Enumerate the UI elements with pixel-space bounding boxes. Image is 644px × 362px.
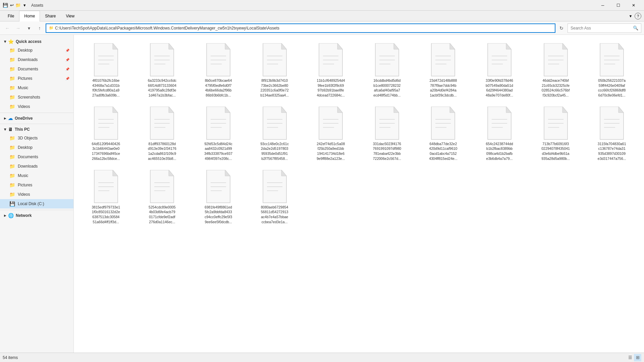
sidebar-quick-access-header[interactable]: ▾ ⭐ Quick access <box>0 38 73 46</box>
file-item[interactable]: 050b256221037a 59ff4426e0409af ccc66fcf2… <box>585 40 639 101</box>
file-item[interactable]: 4f01076b2fc16be 43468a7a1d331b f0fc5fefc… <box>79 40 133 101</box>
ribbon-help-icon[interactable]: ? <box>635 13 641 19</box>
sidebar-thispc-header[interactable]: ▾ 🖥 This PC <box>0 125 73 133</box>
tab-view[interactable]: View <box>61 11 79 21</box>
file-item[interactable]: 64d5120f9440426 3c1b66443ae0e0 17347696b… <box>79 104 133 164</box>
svg-marker-66 <box>281 107 286 113</box>
file-item[interactable]: 8080aeb6729854 56811d54272913 ac4b7e4a57… <box>248 167 302 228</box>
file-name: 93cc148e0c2c61c 2da2e2d5197803 95935de0d… <box>253 141 297 161</box>
file-item[interactable]: 81dff937860128d d913e39e1f34176 1a2cda86… <box>136 104 189 164</box>
sidebar-item-pc-music[interactable]: 📁 Music <box>0 171 73 180</box>
address-field[interactable]: 📁 <box>46 23 555 33</box>
sidebar-item-local-disk[interactable]: 💾 Local Disk (C:) <box>0 199 73 208</box>
file-name: 4f01076b2fc16be 43468a7a1d331b f0fc5fefc… <box>84 78 128 98</box>
file-name: 050b256221037a 59ff4426e0409af ccc66fcf2… <box>590 78 634 98</box>
minimize-button[interactable]: ─ <box>595 0 610 11</box>
back-button[interactable]: ← <box>3 23 12 33</box>
file-item[interactable]: 713b77b60916f3 02294078f435041 d3e6d4dbe… <box>529 104 583 164</box>
sidebar-onedrive-header[interactable]: ▸ ☁ OneDrive <box>0 114 73 122</box>
file-item[interactable]: 5254cdc89e0005 4b03d6fe4acb79 0171cfde9e… <box>136 167 189 228</box>
quick-access-toolbar-undo[interactable]: ↩ <box>9 3 14 8</box>
svg-marker-91 <box>562 107 568 113</box>
file-item[interactable]: 6a3233c942cc6dc 66f14d873133604 419795a8… <box>136 40 189 101</box>
sidebar-item-pc-downloads[interactable]: 📁 Downloads <box>0 162 73 171</box>
quick-access-toolbar-dropdown[interactable]: ▾ <box>22 3 27 8</box>
sidebar-item-videos[interactable]: 📁 Videos <box>0 102 73 111</box>
file-name: 8080aeb6729854 56811d54272913 ac4b7e4a57… <box>253 205 297 225</box>
file-item[interactable]: 23d472d148b888 787f9ae7ddc94b a20b4d0ef4… <box>417 40 470 101</box>
window-title: Assets <box>31 3 43 8</box>
file-item[interactable]: 46dd2eace740bf 21c65cb32325cfe 028524c66… <box>529 40 583 101</box>
sidebar-item-desktop[interactable]: 📁 Desktop 📌 <box>0 46 73 55</box>
up-button[interactable]: ↑ <box>35 23 44 33</box>
sidebar-item-screenshots[interactable]: 📁 Screenshots <box>0 93 73 102</box>
file-name: 23d472d148b888 787f9ae7ddc94b a20b4d0ef4… <box>421 78 465 98</box>
tab-home[interactable]: Home <box>19 11 40 21</box>
svg-marker-51 <box>113 107 118 113</box>
quick-access-toolbar-folder[interactable]: 📁 <box>15 3 21 8</box>
svg-marker-41 <box>562 43 568 49</box>
file-item[interactable]: 93cc148e0c2c61c 2da2e2d5197803 95935de0d… <box>248 104 302 164</box>
sidebar-item-downloads[interactable]: 📁 Downloads 📌 <box>0 55 73 64</box>
file-item[interactable]: 654c24238744dd b1b2fbac8389bb 098ca4d1b2… <box>473 104 526 164</box>
folder-icon: 📁 <box>9 164 15 169</box>
sidebar-item-3dobjects[interactable]: 📁 3D Objects <box>0 133 73 143</box>
file-icon <box>597 107 627 140</box>
sidebar-item-music[interactable]: 📁 Music <box>0 83 73 93</box>
file-item[interactable]: 33f0e90fd378d46 b07549a90da51d 6d29f4644… <box>473 40 526 101</box>
folder-icon: 📁 <box>9 104 15 109</box>
file-item[interactable]: 11b1cf6489254d4 9fee1b93f2f9c69 97b92b91… <box>304 40 358 101</box>
search-input[interactable] <box>571 26 632 31</box>
file-item[interactable]: 6981fe49f8861ed 5fc2a9bbfda8433 c94cc0ef… <box>192 167 245 228</box>
sidebar: ▾ ⭐ Quick access 📁 Desktop 📌 📁 Downloads… <box>0 35 74 353</box>
file-icon <box>260 43 290 77</box>
file-name: 8f913b9b3d7410 73be2c3662be80 220351c6a0… <box>253 78 297 98</box>
search-box: 🔍 <box>568 23 641 33</box>
file-item[interactable]: 3815edf979733e1 1f0c85016132d2e 6387513d… <box>79 167 133 228</box>
close-button[interactable]: ✕ <box>626 0 641 11</box>
svg-marker-71 <box>337 107 342 113</box>
refresh-button[interactable]: ↻ <box>557 23 566 33</box>
folder-icon: 📁 <box>9 135 15 141</box>
file-item[interactable]: 8b0ce870bcae64 4795f0edfe6d0f7 4b6be66da… <box>192 40 245 101</box>
sidebar-item-pc-desktop[interactable]: 📁 Desktop <box>0 143 73 152</box>
file-item[interactable]: 331dac5023f4176 7691991097df980 781eaba4… <box>360 104 414 164</box>
file-icon <box>428 43 458 77</box>
grid-view-icon[interactable]: ⊞ <box>634 354 641 361</box>
file-name: 33f0e90fd378d46 b07549a90da51d 6d29f4644… <box>478 78 521 98</box>
sidebar-item-pictures[interactable]: 📁 Pictures 📌 <box>0 74 73 83</box>
file-item[interactable]: 648dba77de32e2 420d9d11caf9610 0acd1abc4… <box>417 104 470 164</box>
file-item[interactable]: 3115fa704830a61 c136787e74da31 935d3897d… <box>585 104 639 164</box>
maximize-button[interactable]: ☐ <box>610 0 626 11</box>
sidebar-item-documents[interactable]: 📁 Documents 📌 <box>0 64 73 74</box>
svg-marker-16 <box>281 43 286 49</box>
status-bar: 54 items ☰ ⊞ <box>0 353 644 362</box>
tab-share[interactable]: Share <box>40 11 61 21</box>
svg-marker-96 <box>619 107 624 113</box>
svg-marker-31 <box>450 43 455 49</box>
sidebar-item-pc-videos[interactable]: 📁 Videos <box>0 190 73 199</box>
sidebar-item-label: Desktop <box>18 145 33 150</box>
file-item[interactable]: 8f913b9b3d7410 73be2c3662be80 220351c6a0… <box>248 40 302 101</box>
sidebar-item-pc-pictures[interactable]: 📁 Pictures <box>0 180 73 190</box>
file-item[interactable]: 92fd53c5d84d24c aa8432c0921d99 34fb33387… <box>192 104 245 164</box>
list-view-icon[interactable]: ☰ <box>627 354 634 361</box>
search-icon[interactable]: 🔍 <box>633 25 638 31</box>
sidebar-item-label: Desktop <box>18 48 33 53</box>
sidebar-item-pc-documents[interactable]: 📁 Documents <box>0 152 73 162</box>
quick-access-toolbar-save[interactable]: 💾 <box>3 3 8 8</box>
file-item[interactable]: 242ef74d51c5a08 f25b250a9ed1bb 194141734… <box>304 104 358 164</box>
address-input[interactable] <box>55 26 552 31</box>
sidebar-onedrive-section: ▸ ☁ OneDrive <box>0 114 73 122</box>
dropdown-button[interactable]: ▾ <box>24 23 34 33</box>
ribbon-expand-icon[interactable]: ▼ <box>628 13 633 19</box>
file-item[interactable]: 16cddbd4bd5d6d b1ce8000728232 afca6af40a… <box>360 40 414 101</box>
file-name: 6a3233c942cc6dc 66f14d873133604 419795a8… <box>140 78 184 98</box>
tab-file[interactable]: File <box>3 11 19 21</box>
file-icon <box>541 107 571 140</box>
file-name: 242ef74d51c5a08 f25b250a9ed1bb 194141734… <box>309 141 353 161</box>
svg-marker-81 <box>450 107 455 113</box>
forward-button[interactable]: → <box>13 23 23 33</box>
folder-icon: 📁 <box>9 48 15 53</box>
sidebar-network-header[interactable]: ▸ 🌐 Network <box>0 212 73 220</box>
